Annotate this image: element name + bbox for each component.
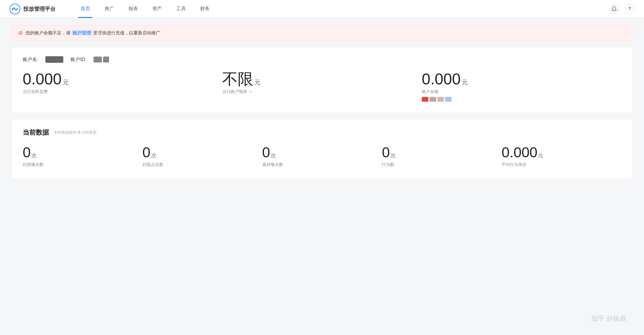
material-impression-value: 0 bbox=[262, 144, 270, 160]
color-dot-3 bbox=[437, 97, 444, 102]
daily-budget-value: 不限 bbox=[222, 70, 253, 88]
logo-title: 投放管理平台 bbox=[23, 5, 56, 13]
metric-avg-behavior-price: 0.000元 平均行为单价 bbox=[502, 145, 621, 168]
nav-item-finance[interactable]: 财务 bbox=[193, 0, 217, 18]
metric-material-impression: 0次 素材曝光数 bbox=[262, 145, 382, 168]
alert-icon: ⊘ bbox=[18, 30, 23, 36]
account-id-value bbox=[93, 57, 109, 63]
cover-click-unit: 次 bbox=[151, 153, 157, 159]
current-data-metrics-row: 0次 封面曝光数 0次 封面点击数 0次 素材曝光数 bbox=[23, 145, 621, 168]
header-right: ? bbox=[609, 4, 634, 14]
metric-behavior-count: 0次 行为数 bbox=[382, 145, 502, 168]
account-name-label: 账户名: bbox=[23, 57, 38, 63]
account-metrics-row: 0.000元 当日实时花费 不限元 当日账户预算 ✎ 0.000元 账户余 bbox=[23, 71, 621, 102]
nav-item-tools[interactable]: 工具 bbox=[169, 0, 193, 18]
nav-item-assets[interactable]: 资产 bbox=[145, 0, 169, 18]
account-balance-unit: 元 bbox=[462, 79, 468, 86]
cover-impression-unit: 次 bbox=[31, 153, 37, 159]
metric-daily-budget: 不限元 当日账户预算 ✎ bbox=[222, 71, 422, 95]
daily-budget-label: 当日账户预算 ✎ bbox=[222, 89, 422, 95]
color-dot-1 bbox=[422, 97, 428, 102]
logo-area: 投放管理平台 bbox=[10, 4, 56, 14]
color-dot-2 bbox=[430, 97, 436, 102]
color-dot-4 bbox=[445, 97, 452, 102]
metric-daily-spend: 0.000元 当日实时花费 bbox=[23, 71, 222, 95]
header: 投放管理平台 首页 推广 报表 资产 工具 财务 ? bbox=[0, 0, 644, 18]
material-impression-unit: 次 bbox=[271, 153, 276, 159]
account-id-label: 账户ID: bbox=[70, 57, 86, 63]
current-data-card: 当前数据 实时数据延时 5 分钟更新 0次 封面曝光数 0次 封面点击数 bbox=[12, 120, 632, 178]
cover-click-value: 0 bbox=[142, 144, 151, 160]
svg-point-1 bbox=[12, 9, 13, 10]
nav-item-promotion[interactable]: 推广 bbox=[97, 0, 121, 18]
behavior-count-value: 0 bbox=[382, 144, 390, 160]
metric-account-balance: 0.000元 账户余额 bbox=[422, 71, 621, 102]
metric-cover-impression: 0次 封面曝光数 bbox=[23, 145, 142, 168]
update-minutes: 5 bbox=[78, 130, 80, 135]
main-nav: 首页 推广 报表 资产 工具 财务 bbox=[73, 0, 609, 18]
account-balance-value: 0.000 bbox=[422, 70, 461, 88]
account-name-value bbox=[45, 56, 63, 63]
help-button[interactable]: ? bbox=[625, 4, 634, 14]
behavior-count-label: 行为数 bbox=[382, 162, 502, 168]
account-color-indicators bbox=[422, 97, 621, 102]
watermark: 知乎 @杨彪 bbox=[591, 314, 626, 323]
alert-link[interactable]: 账户管理 bbox=[72, 30, 92, 35]
main-content: ⊘ 您的账户余额不足，请 账户管理 里尽快进行充值，以重新启动推广 账户名: 账… bbox=[0, 18, 644, 185]
nav-item-home[interactable]: 首页 bbox=[73, 0, 97, 18]
cover-impression-value: 0 bbox=[23, 144, 31, 160]
cover-impression-label: 封面曝光数 bbox=[23, 162, 142, 168]
avg-price-value: 0.000 bbox=[502, 144, 537, 160]
account-info-row: 账户名: 账户ID: bbox=[23, 56, 621, 63]
daily-spend-label: 当日实时花费 bbox=[23, 89, 222, 95]
behavior-count-unit: 次 bbox=[390, 153, 396, 159]
budget-edit-icon[interactable]: ✎ bbox=[249, 90, 252, 94]
logo-icon bbox=[10, 4, 20, 14]
daily-spend-value: 0.000 bbox=[23, 70, 62, 88]
material-impression-label: 素材曝光数 bbox=[262, 162, 382, 168]
cover-click-label: 封面点击数 bbox=[142, 162, 262, 168]
current-data-title: 当前数据 bbox=[23, 128, 49, 137]
alert-text: 您的账户余额不足，请 账户管理 里尽快进行充值，以重新启动推广 bbox=[26, 30, 160, 36]
data-update-info: 实时数据延时 5 分钟更新 bbox=[54, 130, 97, 135]
nav-item-report[interactable]: 报表 bbox=[121, 0, 145, 18]
metric-cover-click: 0次 封面点击数 bbox=[142, 145, 262, 168]
bell-button[interactable] bbox=[609, 4, 619, 14]
avg-price-unit: 元 bbox=[538, 153, 543, 159]
alert-banner: ⊘ 您的账户余额不足，请 账户管理 里尽快进行充值，以重新启动推广 bbox=[12, 25, 632, 41]
account-card: 账户名: 账户ID: 0.000元 当日实时花费 不限元 bbox=[12, 48, 632, 112]
data-card-header: 当前数据 实时数据延时 5 分钟更新 bbox=[23, 128, 621, 137]
account-balance-label: 账户余额 bbox=[422, 89, 621, 95]
avg-price-label: 平均行为单价 bbox=[502, 162, 621, 168]
daily-spend-unit: 元 bbox=[63, 79, 69, 86]
daily-budget-unit: 元 bbox=[254, 79, 260, 86]
